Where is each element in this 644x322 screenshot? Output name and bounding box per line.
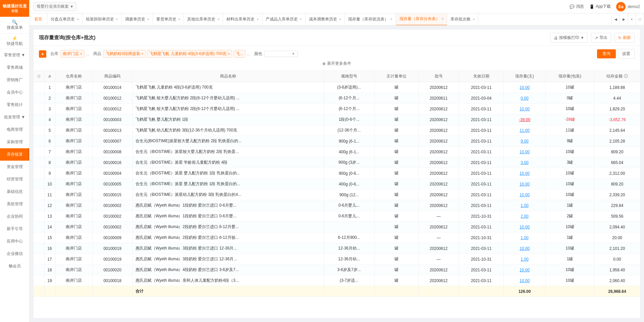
tab-close-icon[interactable]: ×: [300, 17, 302, 21]
sidebar-item-appcenter[interactable]: 应用中心: [0, 235, 29, 248]
sidebar-item-system[interactable]: 系统管理: [0, 198, 29, 210]
warehouse-more-btn[interactable]: ...: [86, 52, 89, 56]
sidebar-item-basic[interactable]: 基础信息: [0, 185, 29, 198]
row-batch: 20200612: [419, 190, 459, 200]
expand-more-btn[interactable]: ⊕ 展开更多条件: [39, 59, 635, 67]
row-qty-main[interactable]: 10.00: [504, 222, 546, 232]
row-qty-main[interactable]: 3.00: [504, 157, 546, 168]
tab-close-icon[interactable]: ×: [339, 17, 341, 21]
row-qty-main[interactable]: 10.00: [504, 147, 546, 157]
sidebar-item-enterprise[interactable]: 企业协同: [0, 210, 29, 223]
row-qty-main[interactable]: 1.00: [504, 254, 546, 265]
tab-menu-btn[interactable]: □: [636, 13, 644, 25]
tab-other-out[interactable]: 其他出库单历史 ×: [184, 13, 223, 25]
setting-btn[interactable]: 设置: [618, 49, 635, 59]
warehouse-tag[interactable]: 南岸门店 ×: [60, 50, 85, 58]
export-btn[interactable]: ↗ 导出: [591, 33, 611, 43]
row-qty-main[interactable]: 10.00: [504, 179, 546, 190]
col-product-name: 商品名称: [132, 71, 324, 82]
gear-icon[interactable]: ⚙: [37, 74, 41, 79]
row-spec: 900g (0-6...: [324, 168, 374, 179]
message-btn[interactable]: 💬 消息: [570, 4, 584, 9]
sidebar-item-wholesale[interactable]: 批发管理 ▼: [0, 111, 29, 123]
tab-batch-ledger[interactable]: 库存批次账 ×: [447, 13, 478, 25]
account-dropdown[interactable]: 母婴行业演示账套 ▼: [34, 2, 76, 11]
row-qty-main[interactable]: 1.00: [504, 232, 546, 243]
tab-close-icon[interactable]: ×: [147, 17, 149, 21]
tab-product-in[interactable]: 产成品入库单历史 ×: [262, 13, 306, 25]
sidebar-item-purchase[interactable]: 采购管理: [0, 136, 29, 148]
product-tag-1[interactable]: 飞鹤奶粉3段两提装 ×: [103, 50, 146, 58]
tab-close-icon[interactable]: ×: [257, 17, 259, 21]
search-menu[interactable]: 🔍 搜索菜单: [0, 17, 29, 34]
refresh-btn[interactable]: ↻ 刷新: [614, 33, 635, 43]
product-tag-2[interactable]: 飞鹤星飞帆 儿童奶粉 4段(3-6岁适用) 700克 ×: [147, 50, 232, 58]
row-qty-pkg: 10罐: [545, 82, 594, 93]
tab-close-icon[interactable]: ×: [178, 17, 180, 21]
tab-close-icon[interactable]: ×: [390, 17, 392, 21]
content-area: 现存量查询(按仓库+批次) 🖨 按模板打印 ▼ ↗ 导出 ↻ 刷新: [30, 25, 644, 322]
row-spec: (3-7岁适...: [324, 275, 374, 286]
row-product-name: 飞鹤星飞帆 较大婴儿配方奶粉 2段(6-12个月婴幼儿适用) ...: [132, 104, 324, 114]
sidebar-item-ecommerce[interactable]: 电商管理: [0, 123, 29, 136]
sidebar-item-operation[interactable]: 经营管理: [0, 173, 29, 185]
search-btn[interactable]: 查询: [597, 49, 616, 58]
product-tag-close-1[interactable]: ×: [142, 52, 144, 56]
user-menu[interactable]: Ea demo2: [616, 2, 640, 11]
tab-material-out[interactable]: 材料出库单历史 ×: [223, 13, 262, 25]
sidebar-item-inventory[interactable]: 库存核算: [0, 148, 29, 161]
product-tag-close-2[interactable]: ×: [228, 52, 230, 56]
row-qty-main[interactable]: 0.00: [504, 93, 546, 104]
warehouse-tag-close[interactable]: ×: [80, 52, 82, 56]
row-qty-main[interactable]: -39.00: [504, 114, 546, 125]
quick-nav[interactable]: ⚡ 快捷导航: [0, 34, 29, 49]
tab-inv-dist[interactable]: 现存量（库存分布表） ×: [396, 13, 447, 25]
sidebar-item-member2[interactable]: 畅会员: [0, 260, 29, 272]
row-qty-main[interactable]: 10.00: [504, 104, 546, 114]
tab-home[interactable]: 首页: [30, 13, 47, 25]
tab-close-icon[interactable]: ×: [442, 17, 444, 21]
row-qty-main[interactable]: 10.00: [504, 168, 546, 179]
tab-transfer[interactable]: 调拨单历史 ×: [122, 13, 153, 25]
tab-partial-inventory[interactable]: 分盘点单历史 ×: [47, 13, 83, 25]
sidebar-item-retail-stat[interactable]: 零售统计: [0, 99, 29, 111]
row-qty-main[interactable]: 11.00: [504, 125, 546, 136]
row-qty-main[interactable]: 1.00: [504, 200, 546, 211]
color-select[interactable]: ▼: [264, 51, 298, 57]
row-qty-main[interactable]: 10.00: [504, 190, 546, 200]
product-more-btn[interactable]: ...: [247, 52, 250, 56]
tab-close-current-btn[interactable]: ×: [628, 13, 636, 25]
sidebar-item-guide[interactable]: 新手引导: [0, 223, 29, 235]
filter-expand-btn[interactable]: +: [39, 50, 46, 58]
tab-disassembly[interactable]: 组装拆卸单历史 ×: [83, 13, 122, 25]
row-qty-main[interactable]: 9.00: [504, 136, 546, 147]
template-print-btn[interactable]: 🖨 按模板打印 ▼: [550, 33, 588, 43]
tab-next-btn[interactable]: ▶: [620, 13, 628, 25]
sidebar-item-wechat[interactable]: 企业微信: [0, 248, 29, 260]
tab-inv-status[interactable]: 现存量（库存状况表） ×: [345, 13, 396, 25]
row-batch: 20200612: [419, 104, 459, 114]
tab-close-icon[interactable]: ×: [77, 17, 79, 21]
table-row: 2 南岸门店 00100012 飞鹤星飞帆 较大婴儿配方奶粉 2段(6-12个月…: [34, 93, 640, 104]
row-spec: [324, 222, 374, 232]
sidebar-item-retail-shop[interactable]: 零售商城: [0, 61, 29, 74]
row-qty-main[interactable]: 10.00: [504, 275, 546, 286]
row-qty-main[interactable]: 10.00: [504, 82, 546, 93]
tab-prev-btn[interactable]: ◀: [612, 13, 620, 25]
row-expire: 2021-03-11: [459, 179, 504, 190]
tab-cost-adjust[interactable]: 成本调整单历史 ×: [306, 13, 345, 25]
tab-close-icon[interactable]: ×: [116, 17, 118, 21]
tab-requisition[interactable]: 要货单历史 ×: [153, 13, 184, 25]
sidebar-item-retail-mgmt[interactable]: 零售管理 ▼: [0, 49, 29, 61]
row-qty-main[interactable]: 10.00: [504, 265, 546, 275]
row-qty-main[interactable]: 2.00: [504, 211, 546, 222]
sidebar-item-marketing[interactable]: 营销推广: [0, 74, 29, 86]
tab-close-icon[interactable]: ×: [217, 17, 219, 21]
sidebar-item-member[interactable]: 会员中心: [0, 86, 29, 99]
row-qty-main[interactable]: 10.00: [504, 243, 546, 254]
product-tag-3[interactable]: 飞...: [233, 50, 246, 58]
tab-close-icon[interactable]: ×: [473, 17, 475, 21]
sidebar-item-finance[interactable]: 资金管理: [0, 161, 29, 173]
app-download-btn[interactable]: 📱 App下载: [589, 4, 611, 9]
row-product-code: 00100002: [92, 211, 132, 222]
